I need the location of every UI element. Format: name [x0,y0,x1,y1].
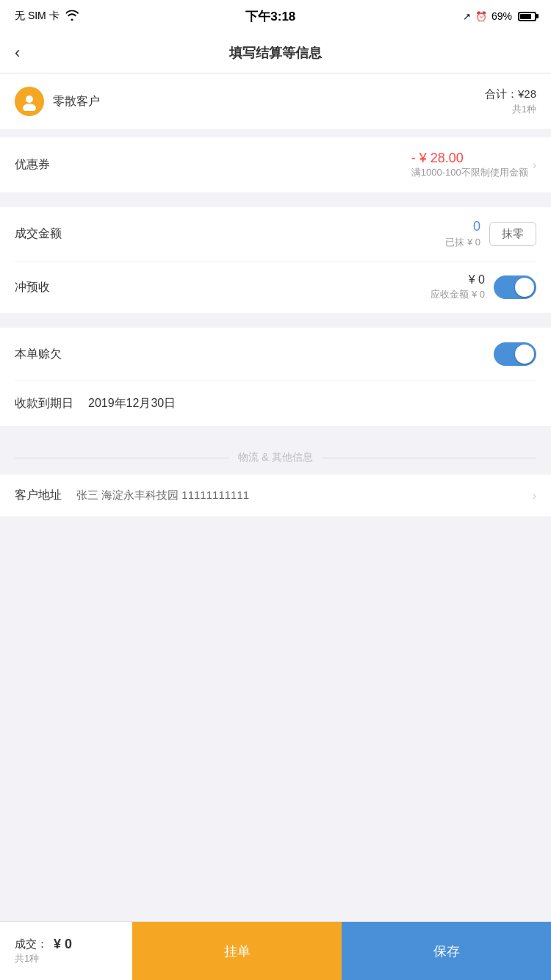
logistics-label: 物流 & 其他信息 [238,451,312,464]
toggle-knob [515,278,534,297]
status-left: 无 SIM 卡 [15,10,79,23]
coupon-card: 优惠券 - ¥ 28.00 满1000-100不限制使用金额 › [0,137,551,192]
customer-avatar [15,87,44,116]
bottom-info: 成交： ¥ 0 共1种 [0,937,132,965]
section-divider-2 [0,320,551,328]
status-right: ↗ ⏰ 69% [463,10,536,22]
customer-card: 零散客户 合计：¥28 共1种 [0,73,551,130]
prepay-right: ¥ 0 应收金额 ¥ 0 [431,273,536,301]
battery-percent: 69% [491,10,512,22]
prepay-value: ¥ 0 [431,273,485,287]
coupon-row[interactable]: 优惠券 - ¥ 28.00 满1000-100不限制使用金额 › [0,137,551,192]
round-zero-button[interactable]: 抹零 [489,222,536,246]
coupon-amount: - ¥ 28.00 [411,151,528,166]
due-date-row: 收款到期日 2019年12月30日 [15,381,536,426]
prepay-toggle[interactable] [494,275,536,299]
logistics-divider: 物流 & 其他信息 [0,441,551,475]
address-row[interactable]: 客户地址 张三 海淀永丰科技园 11111111111 › [0,475,551,516]
debt-row: 本单赊欠 [15,328,536,381]
section-divider-1 [0,200,551,207]
customer-right: 合计：¥28 共1种 [485,87,536,116]
address-chevron-icon: › [533,489,536,502]
coupon-chevron-icon: › [533,159,536,172]
address-card: 客户地址 张三 海淀永丰科技园 11111111111 › [0,475,551,516]
deal-amount-right: 0 已抹 ¥ 0 抹零 [445,219,536,249]
coupon-info: - ¥ 28.00 满1000-100不限制使用金额 [411,151,528,179]
back-button[interactable]: ‹ [15,43,20,62]
prepay-row: 冲预收 ¥ 0 应收金额 ¥ 0 [15,262,536,313]
bottom-bar: 成交： ¥ 0 共1种 挂单 保存 [0,921,551,980]
deal-amount-label: 成交金额 [15,226,62,242]
transaction-section: 成交金额 0 已抹 ¥ 0 抹零 冲预收 ¥ 0 应收金额 ¥ 0 [0,207,551,313]
receivable-text: 应收金额 ¥ 0 [431,288,485,301]
address-label: 客户地址 [15,488,62,503]
debt-toggle-knob [515,345,534,364]
nav-bar: ‹ 填写结算等信息 [0,32,551,73]
due-date-value: 2019年12月30日 [88,396,176,411]
prepay-label: 冲预收 [15,280,50,295]
empty-space [0,524,551,671]
debt-toggle[interactable] [494,342,536,366]
coupon-right: - ¥ 28.00 满1000-100不限制使用金额 › [411,151,536,179]
hold-button[interactable]: 挂单 [132,922,342,980]
prepay-stack: ¥ 0 应收金额 ¥ 0 [431,273,485,301]
due-date-label: 收款到期日 [15,396,73,411]
alarm-icon: ⏰ [475,11,487,22]
save-button[interactable]: 保存 [342,922,551,980]
already-round-text: 已抹 ¥ 0 [445,236,480,249]
deal-amount-stack: 0 已抹 ¥ 0 [445,219,480,249]
status-time: 下午3:18 [245,8,295,25]
coupon-desc: 满1000-100不限制使用金额 [411,166,528,179]
deal-amount-value: 0 [445,219,480,234]
svg-point-1 [23,104,36,111]
wifi-icon [65,10,79,23]
location-icon: ↗ [463,11,471,22]
content: 零散客户 合计：¥28 共1种 优惠券 - ¥ 28.00 满1000-100不… [0,73,551,744]
customer-row[interactable]: 零散客户 合计：¥28 共1种 [0,73,551,130]
coupon-label: 优惠券 [15,157,50,173]
bottom-count: 共1种 [15,952,118,965]
section-divider-3 [0,433,551,441]
debt-label: 本单赊欠 [15,347,62,362]
customer-name: 零散客户 [53,94,100,109]
status-bar: 无 SIM 卡 下午3:18 ↗ ⏰ 69% [0,0,551,32]
deal-prefix: 成交： [15,937,48,951]
address-value: 张三 海淀永丰科技园 11111111111 [76,489,527,502]
customer-left: 零散客户 [15,87,100,116]
bottom-deal: 成交： ¥ 0 [15,937,118,952]
debt-section: 本单赊欠 收款到期日 2019年12月30日 [0,328,551,426]
battery-icon [518,12,536,21]
customer-total: 合计：¥28 [485,87,536,101]
page-title: 填写结算等信息 [229,44,322,62]
bottom-deal-amount: ¥ 0 [54,937,72,952]
deal-amount-row: 成交金额 0 已抹 ¥ 0 抹零 [15,207,536,262]
customer-count: 共1种 [485,103,536,116]
svg-point-0 [26,96,33,103]
sim-status: 无 SIM 卡 [15,10,60,23]
